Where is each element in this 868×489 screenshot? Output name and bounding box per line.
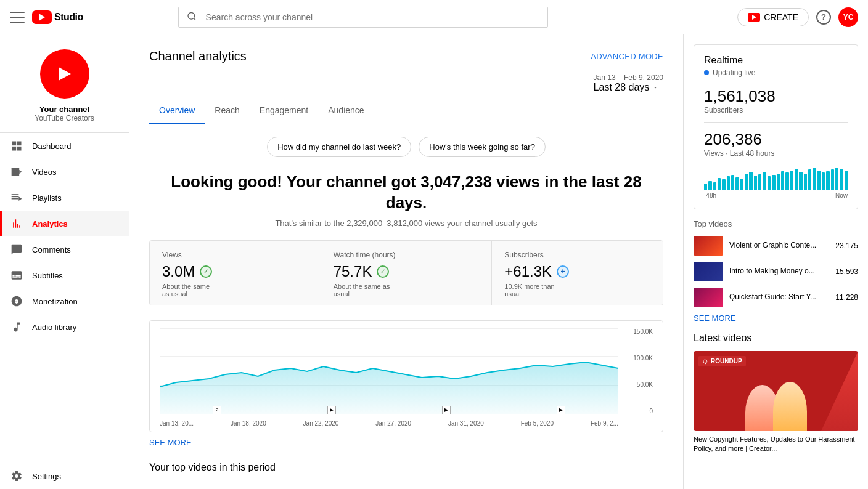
create-button[interactable]: CREATE: [737, 8, 809, 26]
create-label: CREATE: [764, 12, 798, 22]
tabs: Overview Reach Engagement Audience: [149, 98, 663, 124]
see-more-right-link[interactable]: SEE MORE: [694, 313, 858, 323]
mini-bar: [713, 182, 716, 190]
content-and-right: Channel analytics ADVANCED MODE Jan 13 –…: [129, 34, 868, 489]
hamburger-menu-icon[interactable]: [10, 12, 25, 23]
sidebar-bottom: Settings: [0, 463, 129, 489]
mini-bar: [813, 168, 816, 190]
latest-video-thumb: ROUNDUP: [694, 351, 858, 431]
see-more-link[interactable]: SEE MORE: [149, 438, 192, 447]
svg-rect-6: [12, 168, 20, 176]
content-area: Channel analytics ADVANCED MODE Jan 13 –…: [129, 34, 683, 489]
mini-bar: [817, 171, 821, 190]
top-video-count-2: 15,593: [835, 267, 858, 276]
mini-bar: [718, 178, 721, 190]
realtime-subscribers: 1,561,038: [704, 87, 848, 106]
search-bar: [178, 7, 548, 28]
mini-bar: [799, 172, 802, 190]
youtube-logo-icon: [32, 10, 52, 24]
date-range-text: Jan 13 – Feb 9, 2020: [594, 73, 663, 82]
tab-engagement[interactable]: Engagement: [250, 98, 318, 124]
mini-bar: [781, 171, 784, 190]
realtime-bar-chart: [704, 165, 848, 190]
sidebar-item-monetization[interactable]: Monetization: [0, 288, 129, 314]
topbar-right: CREATE ? YC: [737, 7, 858, 27]
sidebar-item-videos[interactable]: Videos: [0, 159, 129, 185]
realtime-subscribers-label: Subscribers: [704, 106, 848, 115]
mini-bar: [822, 172, 825, 190]
sidebar-item-playlists[interactable]: Playlists: [0, 185, 129, 211]
mini-bar: [727, 176, 730, 190]
chart-marker-2[interactable]: ▶: [327, 406, 336, 414]
y-label-50k: 50.0K: [637, 381, 653, 388]
x-label-3: Jan 22, 2020: [303, 420, 339, 427]
monetization-icon: [10, 294, 23, 308]
sidebar-item-subtitles[interactable]: Subtitles: [0, 262, 129, 288]
mini-bar: [808, 169, 811, 190]
top-videos-title: Top videos: [694, 219, 858, 228]
main-layout: Your channel YouTube Creators Dashboard …: [0, 34, 868, 489]
top-video-item-1: Violent or Graphic Conte... 23,175: [694, 236, 858, 256]
mini-bar: [749, 172, 752, 190]
chart-marker-4[interactable]: ▶: [557, 406, 565, 414]
date-period-selector[interactable]: Last 28 days: [594, 82, 663, 93]
y-label-100k: 100.0K: [633, 355, 653, 362]
realtime-views-label: Views · Last 48 hours: [704, 149, 848, 158]
metric-subscribers-value: +61.3K: [504, 263, 552, 280]
svg-marker-11: [18, 196, 22, 201]
advanced-mode-link[interactable]: ADVANCED MODE: [591, 52, 663, 61]
content-inner: Channel analytics ADVANCED MODE Jan 13 –…: [129, 34, 683, 488]
chart-container: 150.0K 100.0K 50.0K 0: [149, 320, 663, 432]
top-videos-section: Top videos Violent or Graphic Conte... 2…: [694, 219, 858, 323]
sidebar-item-settings[interactable]: Settings: [0, 463, 129, 489]
channel-info: Your channel YouTube Creators: [0, 34, 129, 133]
playlists-label: Playlists: [32, 193, 62, 203]
logo[interactable]: Studio: [32, 10, 83, 24]
monetization-label: Monetization: [32, 297, 78, 306]
tab-overview[interactable]: Overview: [149, 98, 205, 124]
chart-marker-3[interactable]: ▶: [442, 406, 451, 414]
latest-videos-title: Latest videos: [694, 333, 858, 344]
thumb-persons: [745, 351, 807, 431]
chart-y-labels: 150.0K 100.0K 50.0K 0: [622, 328, 653, 414]
svg-point-0: [188, 12, 195, 19]
settings-icon: [10, 469, 23, 483]
mini-bar: [735, 177, 739, 190]
sidebar-item-dashboard[interactable]: Dashboard: [0, 133, 129, 159]
help-icon[interactable]: ?: [816, 10, 831, 25]
svg-rect-9: [12, 196, 19, 198]
tab-audience[interactable]: Audience: [318, 98, 374, 124]
avatar[interactable]: YC: [838, 7, 858, 27]
tab-reach[interactable]: Reach: [205, 98, 249, 124]
top-video-info-3: Quickstart Guide: Start Y...: [729, 293, 829, 302]
videos-label: Videos: [32, 168, 57, 177]
playlists-icon: [10, 191, 23, 204]
sidebar-item-audio-library[interactable]: Audio library: [0, 314, 129, 340]
latest-video-caption: New Copyright Features, Updates to Our H…: [694, 435, 858, 454]
chart-marker-1[interactable]: 2: [213, 406, 221, 414]
mini-bar: [840, 169, 843, 190]
metric-watchtime-label: Watch time (hours): [334, 251, 480, 259]
question-btn-1[interactable]: How did my channel do last week?: [267, 137, 411, 157]
nav-items: Dashboard Videos Playlists Analytics: [0, 133, 129, 463]
search-input[interactable]: [178, 7, 548, 28]
metric-watchtime-note: About the same asusual: [334, 283, 480, 297]
chart-svg: [160, 328, 618, 414]
channel-avatar: [40, 49, 89, 99]
analytics-icon: [10, 217, 23, 230]
question-btn-2[interactable]: How's this week going so far?: [419, 137, 546, 157]
date-selector-row: Jan 13 – Feb 9, 2020 Last 28 days: [149, 73, 663, 93]
top-video-thumb-3: [694, 288, 723, 307]
sidebar-item-comments[interactable]: Comments: [0, 236, 129, 262]
comments-icon: [10, 243, 23, 256]
stats-subtext: That's similar to the 2,329,000–3,812,00…: [149, 219, 663, 228]
mini-chart-label-left: -48h: [704, 192, 716, 199]
x-label-6: Feb 5, 2020: [521, 420, 554, 427]
top-video-thumb-2: [694, 262, 723, 281]
right-panel: Realtime Updating live 1,561,038 Subscri…: [683, 34, 868, 489]
stats-headline: Looking good! Your channel got 3,047,238…: [149, 172, 663, 214]
mini-bar: [708, 181, 711, 190]
top-video-info-1: Violent or Graphic Conte...: [729, 241, 829, 251]
sidebar-item-analytics[interactable]: Analytics: [0, 211, 129, 236]
realtime-title: Realtime: [704, 55, 848, 66]
